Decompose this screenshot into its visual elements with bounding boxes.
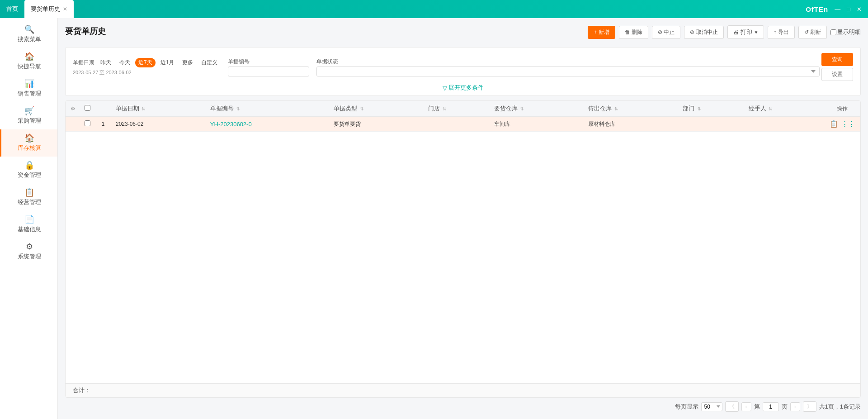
order-status-filter: 单据状态: [316, 58, 814, 76]
settings-filter-button[interactable]: 设置: [821, 68, 853, 81]
date-btn-yesterday[interactable]: 昨天: [97, 58, 114, 67]
chevron-down-icon: ▼: [754, 30, 758, 35]
tab-history-label: 要货单历史: [31, 5, 60, 13]
date-btn-custom[interactable]: 自定义: [198, 58, 221, 67]
row-more-btn[interactable]: ⋮⋮: [840, 120, 856, 128]
date-btn-today[interactable]: 今天: [116, 58, 133, 67]
row-handler: [744, 117, 824, 132]
date-range-display: 2023-05-27 至 2023-06-02: [73, 69, 221, 76]
expand-more-btn[interactable]: ▽ 展开更多条件: [73, 84, 853, 92]
row-checkbox-cell: [80, 117, 95, 132]
sidebar-item-quicknav[interactable]: 🏠 快捷导航: [0, 48, 57, 75]
tab-history[interactable]: 要货单历史 ✕: [24, 0, 74, 18]
filter-row: 单据日期 昨天 今天 近7天 近1月 更多 自定义 2023-05-27 至 2…: [73, 53, 853, 81]
table-card: ⚙ 单据日期 ⇅ 单据编号 ⇅: [65, 100, 861, 398]
close-window-btn[interactable]: ✕: [857, 6, 862, 13]
sidebar-label-inventory: 库存核算: [18, 144, 41, 152]
sidebar-item-basic[interactable]: 📄 基础信息: [0, 211, 57, 238]
sidebar-label-system: 系统管理: [18, 252, 41, 261]
col-ops: 操作: [824, 101, 860, 117]
row-no-link[interactable]: YH-20230602-0: [210, 121, 252, 128]
refresh-button[interactable]: ↺ 刷新: [798, 26, 827, 39]
row-store: [424, 117, 489, 132]
display-detail-checkbox[interactable]: [830, 29, 836, 35]
order-no-input[interactable]: [228, 67, 309, 76]
date-filter: 单据日期 昨天 今天 近7天 近1月 更多 自定义 2023-05-27 至 2…: [73, 58, 221, 76]
sidebar-item-purchase[interactable]: 🛒 采购管理: [0, 102, 57, 129]
row-num: 1: [95, 117, 111, 132]
date-btn-7days[interactable]: 近7天: [135, 58, 156, 67]
query-button[interactable]: 查询: [821, 53, 853, 66]
page-input[interactable]: [763, 402, 779, 411]
sidebar-item-system[interactable]: ⚙ 系统管理: [0, 238, 57, 265]
prev-page-btn[interactable]: ‹: [741, 402, 751, 411]
sidebar-label-sales: 销售管理: [18, 90, 41, 98]
sidebar-label-basic: 基础信息: [18, 225, 41, 233]
maximize-btn[interactable]: □: [847, 6, 850, 13]
sort-dept-icon[interactable]: ⇅: [697, 106, 701, 111]
sidebar-item-sales[interactable]: 📊 销售管理: [0, 75, 57, 102]
date-filter-label: 单据日期: [73, 59, 94, 67]
last-page-btn[interactable]: 》: [803, 401, 816, 412]
cancel-stop-button[interactable]: ⊘ 取消中止: [684, 26, 723, 39]
order-status-label: 单据状态: [316, 58, 814, 66]
sort-store-icon[interactable]: ⇅: [443, 106, 446, 111]
sort-type-icon[interactable]: ⇅: [360, 106, 363, 111]
table-row: 1 2023-06-02 YH-20230602-0 要货单要货 车间库 原材料…: [66, 117, 860, 132]
stop-button[interactable]: ⊘ 中止: [652, 26, 680, 39]
sort-pending-wh-icon[interactable]: ⇅: [614, 106, 618, 111]
date-btn-1month[interactable]: 近1月: [157, 58, 178, 67]
row-checkbox[interactable]: [85, 120, 90, 126]
page-suffix: 页: [782, 403, 788, 411]
col-request-wh: 要货仓库 ⇅: [490, 101, 584, 117]
search-icon: 🔍: [24, 25, 34, 33]
delete-button[interactable]: 🗑 删除: [619, 26, 648, 39]
col-handler: 经手人 ⇅: [744, 101, 824, 117]
select-all-checkbox[interactable]: [85, 105, 90, 111]
data-table: ⚙ 单据日期 ⇅ 单据编号 ⇅: [66, 101, 860, 132]
row-edit-btn[interactable]: 📋: [829, 120, 839, 128]
col-settings[interactable]: ⚙: [66, 101, 80, 117]
doc-icon: 📄: [24, 215, 34, 224]
sort-date-icon[interactable]: ⇅: [142, 106, 145, 111]
operations-icon: 📋: [24, 188, 34, 196]
export-button[interactable]: ↑ 导出: [768, 26, 794, 39]
close-tab-icon[interactable]: ✕: [63, 6, 67, 12]
table-footer: 合计：: [66, 383, 860, 397]
sidebar-item-operations[interactable]: 📋 经营管理: [0, 184, 57, 211]
display-detail-toggle[interactable]: 显示明细: [830, 28, 861, 36]
sort-no-icon[interactable]: ⇅: [236, 106, 240, 111]
main-layout: 🔍 搜索菜单 🏠 快捷导航 📊 销售管理 🛒 采购管理 🏠 库存核算 🔒 资金管…: [0, 18, 868, 419]
col-store: 门店 ⇅: [424, 101, 489, 117]
sidebar-item-finance[interactable]: 🔒 资金管理: [0, 157, 57, 184]
row-pending-wh: 原材料仓库: [584, 117, 678, 132]
col-type: 单据类型 ⇅: [329, 101, 424, 117]
order-status-select[interactable]: [316, 67, 820, 76]
next-page-btn[interactable]: ›: [790, 402, 800, 411]
sort-request-wh-icon[interactable]: ⇅: [520, 106, 524, 111]
sidebar-label-quicknav: 快捷导航: [18, 62, 41, 71]
brand-label: OfTEn: [806, 5, 828, 13]
date-btn-more[interactable]: 更多: [179, 58, 196, 67]
row-type: 要货单要货: [329, 117, 424, 132]
summary-label: 合计：: [73, 387, 90, 394]
pagination-bar: 每页显示 50 10 20 100 《 ‹ 第 页 › 》 共1页，1条记录: [65, 401, 861, 412]
minimize-btn[interactable]: —: [835, 6, 840, 13]
row-no: YH-20230602-0: [206, 117, 330, 132]
sidebar-item-inventory[interactable]: 🏠 库存核算: [0, 129, 57, 157]
row-settings: [66, 117, 80, 132]
per-page-select[interactable]: 50 10 20 100: [701, 402, 722, 411]
col-date: 单据日期 ⇅: [111, 101, 206, 117]
home-icon: 🏠: [24, 52, 34, 61]
sort-handler-icon[interactable]: ⇅: [769, 106, 772, 111]
sidebar: 🔍 搜索菜单 🏠 快捷导航 📊 销售管理 🛒 采购管理 🏠 库存核算 🔒 资金管…: [0, 18, 58, 419]
sidebar-label-operations: 经营管理: [18, 198, 41, 206]
sidebar-item-search[interactable]: 🔍 搜索菜单: [0, 21, 57, 48]
date-buttons: 昨天 今天 近7天 近1月 更多 自定义: [97, 58, 221, 67]
row-date: 2023-06-02: [111, 117, 206, 132]
tab-home[interactable]: 首页: [0, 0, 24, 18]
first-page-btn[interactable]: 《: [725, 401, 739, 412]
add-button[interactable]: + 新增: [588, 26, 615, 39]
lock-icon: 🔒: [24, 161, 34, 169]
print-button[interactable]: 🖨 打印 ▼: [727, 25, 764, 39]
